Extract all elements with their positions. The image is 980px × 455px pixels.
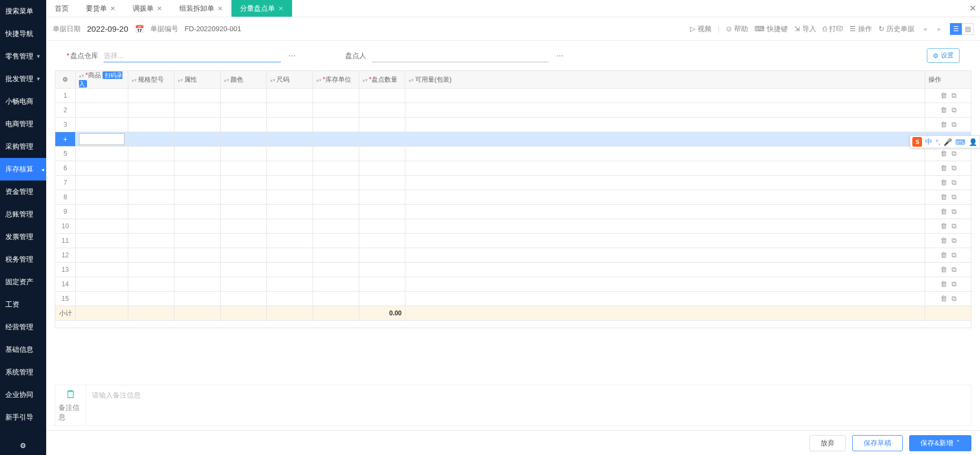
sidebar-item-13[interactable]: 工资 (0, 293, 46, 316)
col-gear[interactable]: ⚙ (55, 71, 76, 89)
ime-keyboard-icon[interactable]: ⌨ (955, 138, 966, 146)
sidebar-item-4[interactable]: 小畅电商 (0, 90, 46, 113)
table-row[interactable]: 8🗑⧉ (55, 190, 971, 205)
sidebar-item-9[interactable]: 总账管理 (0, 203, 46, 226)
sidebar-settings[interactable]: ⚙ (0, 436, 46, 455)
product-cell[interactable] (76, 147, 128, 161)
video-button[interactable]: ▷ 视频 (690, 24, 712, 34)
product-cell[interactable] (76, 248, 128, 263)
sidebar-item-11[interactable]: 税务管理 (0, 248, 46, 271)
col-color[interactable]: ▴▾颜色 (221, 71, 267, 89)
sidebar-item-0[interactable]: 搜索菜单 (0, 0, 46, 23)
sidebar-item-2[interactable]: 零售管理▼ (0, 45, 46, 68)
nav-prev-icon[interactable]: ◂ (921, 25, 929, 33)
tab-2[interactable]: 调拨单✕ (124, 0, 171, 17)
delete-icon[interactable]: 🗑 (940, 149, 947, 157)
shortcut-button[interactable]: ⌨ 快捷键 (754, 24, 788, 34)
close-all-tabs[interactable]: ✕ (965, 0, 980, 17)
person-input[interactable] (372, 49, 549, 62)
delete-icon[interactable]: 🗑 (940, 106, 947, 114)
delete-icon[interactable]: 🗑 (940, 294, 947, 302)
copy-icon[interactable]: ⧉ (952, 149, 956, 157)
delete-icon[interactable]: 🗑 (940, 178, 947, 186)
col-unit[interactable]: ▴▾*库存单位 (313, 71, 359, 89)
h-scrollbar[interactable] (55, 321, 971, 328)
ime-lang[interactable]: 中 (925, 137, 932, 147)
delete-icon[interactable]: 🗑 (940, 251, 947, 259)
ime-toolbar[interactable]: S 中 °, 🎤 ⌨ 👤 (910, 135, 980, 148)
col-size[interactable]: ▴▾尺码 (267, 71, 313, 89)
sidebar-item-12[interactable]: 固定资产 (0, 271, 46, 293)
history-button[interactable]: ↻ 历史单据 (879, 24, 914, 34)
copy-icon[interactable]: ⧉ (952, 120, 956, 128)
copy-icon[interactable]: ⧉ (952, 178, 956, 186)
copy-icon[interactable]: ⧉ (952, 91, 956, 99)
table-row[interactable]: 1🗑⧉ (55, 89, 971, 103)
table-row[interactable]: 13🗑⧉ (55, 263, 971, 277)
sidebar-item-3[interactable]: 批发管理▼ (0, 68, 46, 90)
operate-button[interactable]: ☰ 操作 (850, 24, 872, 34)
calendar-icon[interactable]: 📅 (135, 25, 144, 33)
close-icon[interactable]: ✕ (217, 5, 223, 12)
draft-button[interactable]: 保存草稿 (852, 435, 903, 451)
col-spec[interactable]: ▴▾规格型号 (128, 71, 175, 89)
print-button[interactable]: ⎙ 打印 (823, 24, 843, 34)
col-count[interactable]: ▴▾*盘点数量 (359, 71, 405, 89)
product-cell[interactable] (76, 292, 128, 306)
sidebar-item-10[interactable]: 发票管理 (0, 226, 46, 248)
sidebar-item-14[interactable]: 经营管理 (0, 316, 46, 338)
copy-icon[interactable]: ⧉ (952, 106, 956, 114)
col-avail[interactable]: ▴▾可用量(包装) (405, 71, 925, 89)
product-cell[interactable] (76, 263, 128, 277)
delete-icon[interactable]: 🗑 (940, 280, 947, 288)
table-row[interactable]: 12🗑⧉ (55, 248, 971, 263)
product-cell[interactable] (76, 103, 128, 118)
table-row[interactable]: 10🗑⧉ (55, 219, 971, 234)
sidebar-item-17[interactable]: 企业协同 (0, 384, 46, 406)
sidebar-item-18[interactable]: 新手引导 (0, 406, 46, 429)
product-cell[interactable] (76, 118, 128, 132)
sidebar-item-6[interactable]: 采购管理 (0, 135, 46, 158)
product-cell-input[interactable] (79, 133, 125, 145)
ime-punct-icon[interactable]: °, (935, 138, 940, 146)
sidebar-item-5[interactable]: 电商管理 (0, 113, 46, 135)
sidebar-item-1[interactable]: 快捷导航 (0, 23, 46, 45)
delete-icon[interactable]: 🗑 (940, 164, 947, 172)
date-value[interactable]: 2022-09-20 (87, 24, 128, 33)
warehouse-input[interactable] (104, 49, 281, 62)
copy-icon[interactable]: ⧉ (952, 251, 956, 259)
copy-icon[interactable]: ⧉ (952, 207, 956, 215)
sidebar-item-15[interactable]: 基础信息 (0, 338, 46, 361)
view-card-icon[interactable]: ▤ (962, 23, 974, 35)
product-cell[interactable] (76, 277, 128, 292)
copy-icon[interactable]: ⧉ (952, 236, 956, 244)
delete-icon[interactable]: 🗑 (940, 207, 947, 215)
table-row[interactable]: 14🗑⧉ (55, 277, 971, 292)
save-button[interactable]: 保存&新增 ˄ (909, 435, 971, 451)
table-row[interactable]: 3🗑⧉ (55, 118, 971, 132)
product-cell[interactable] (76, 219, 128, 234)
copy-icon[interactable]: ⧉ (952, 193, 956, 201)
delete-icon[interactable]: 🗑 (940, 193, 947, 201)
copy-icon[interactable]: ⧉ (952, 164, 956, 172)
sidebar-item-7[interactable]: 库存核算 (0, 158, 46, 180)
help-button[interactable]: ⊙ 帮助 (726, 24, 748, 34)
close-icon[interactable]: ✕ (110, 5, 115, 12)
warehouse-picker-icon[interactable]: ⋯ (286, 52, 298, 60)
tab-3[interactable]: 组装拆卸单✕ (171, 0, 231, 17)
ime-user-icon[interactable]: 👤 (969, 138, 977, 146)
product-cell[interactable] (76, 161, 128, 176)
col-product[interactable]: ▴▾*商品 扫码录入 (76, 71, 128, 89)
sidebar-item-16[interactable]: 系统管理 (0, 361, 46, 384)
add-row-icon[interactable]: + (61, 134, 70, 144)
table-row[interactable]: 2🗑⧉ (55, 103, 971, 118)
delete-icon[interactable]: 🗑 (940, 91, 947, 99)
copy-icon[interactable]: ⧉ (952, 265, 956, 273)
product-cell[interactable] (76, 176, 128, 190)
ime-mic-icon[interactable]: 🎤 (943, 138, 952, 146)
import-button[interactable]: ⇲ 导入 (794, 24, 816, 34)
tab-4[interactable]: 分量盘点单✕ (231, 0, 292, 17)
table-row[interactable]: 11🗑⧉ (55, 234, 971, 248)
nav-next-icon[interactable]: ▸ (935, 25, 943, 33)
remark-input[interactable] (86, 385, 971, 425)
